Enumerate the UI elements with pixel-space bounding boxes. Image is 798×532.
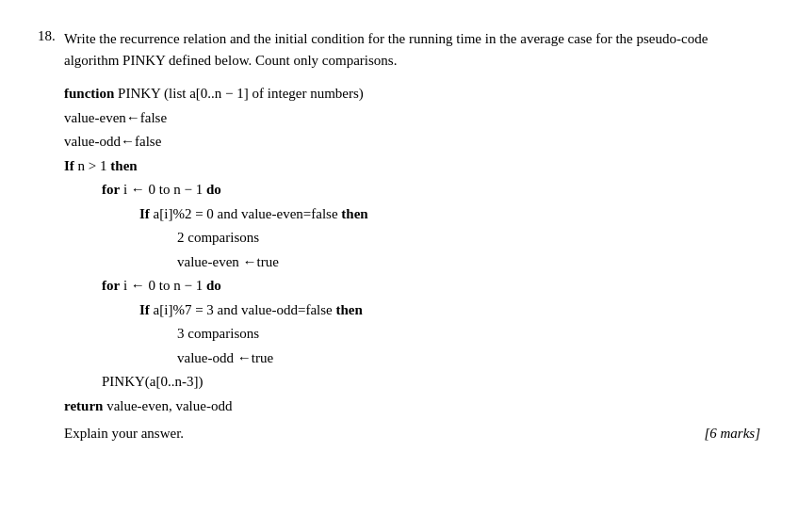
for1-line: for i ← 0 to n − 1 do	[102, 178, 760, 202]
if-keyword: If	[64, 158, 74, 173]
for2-line: for i ← 0 to n − 1 do	[102, 274, 760, 298]
if-n-condition: n > 1	[78, 158, 111, 173]
function-line: function PINKY (list a[0..n − 1] of inte…	[64, 82, 760, 106]
assign1-line: value-even ←true	[177, 250, 760, 275]
question-container: 18. Write the recurrence relation and th…	[38, 28, 760, 442]
question-number: 18.	[38, 28, 64, 442]
if-n-line: If n > 1 then	[64, 154, 760, 179]
value-even-init: value-even←false	[64, 106, 760, 131]
question-body: Write the recurrence relation and the in…	[64, 28, 760, 442]
return-values: value-even, value-odd	[106, 398, 232, 413]
function-keyword: function	[64, 86, 114, 101]
for1-range: i ← 0 to n − 1	[123, 182, 206, 197]
recursive-call-line: PINKY(a[0..n-3])	[102, 370, 760, 395]
if2-line: If a[i]%7 = 3 and value-odd=false then	[139, 298, 760, 323]
if2-keyword: If	[139, 302, 150, 317]
then1-keyword: then	[341, 206, 367, 221]
comp2-line: 3 comparisons	[177, 322, 760, 347]
code-block: function PINKY (list a[0..n − 1] of inte…	[64, 82, 760, 418]
do1-keyword: do	[206, 182, 221, 197]
comp1-line: 2 comparisons	[177, 226, 760, 250]
then2-keyword: then	[336, 302, 363, 317]
explain-text: Explain your answer.	[64, 426, 184, 442]
return-line: return value-even, value-odd	[64, 395, 760, 419]
for2-keyword: for	[102, 278, 120, 293]
function-signature: PINKY (list a[0..n − 1] of integer numbe…	[114, 86, 364, 101]
if1-keyword: If	[139, 206, 150, 221]
footer-row: Explain your answer. [6 marks]	[64, 426, 760, 442]
for1-keyword: for	[102, 182, 120, 197]
then-keyword: then	[110, 158, 137, 173]
do2-keyword: do	[206, 278, 221, 293]
if2-condition: a[i]%7 = 3 and value-odd=false	[154, 302, 336, 317]
return-keyword: return	[64, 398, 103, 413]
if1-condition: a[i]%2 = 0 and value-even=false	[154, 206, 342, 221]
for2-range: i ← 0 to n − 1	[123, 278, 206, 293]
question-intro: Write the recurrence relation and the in…	[64, 28, 760, 71]
assign2-line: value-odd ←true	[177, 347, 760, 371]
marks-label: [6 marks]	[704, 426, 760, 442]
value-odd-init: value-odd←false	[64, 130, 760, 154]
if1-line: If a[i]%2 = 0 and value-even=false then	[139, 202, 760, 227]
